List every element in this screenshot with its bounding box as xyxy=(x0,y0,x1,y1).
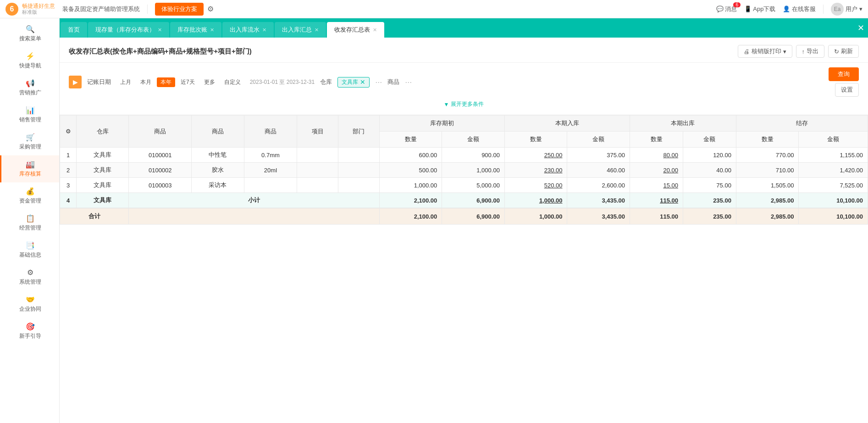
subtotal-bal-qty: 2,985.00 xyxy=(736,193,799,209)
subtotal-bal-amt: 10,100.00 xyxy=(799,193,868,209)
sub-header-out-qty: 数量 xyxy=(630,132,683,148)
data-table: ⚙ 仓库 商品 商品 商品 项目 部门 库存期初 本期入库 本期出库 结存 xyxy=(60,115,868,225)
expand-conditions-btn[interactable]: ▼ 展开更多条件 xyxy=(438,99,490,110)
sales-icon: 📊 xyxy=(26,106,35,115)
search-icon: 🔍 xyxy=(26,25,35,33)
filter-row: ▶ 记账日期 上月 本月 本年 近7天 更多 自定义 2023-01-01 至 … xyxy=(69,67,859,97)
close-all-tabs[interactable]: ✕ xyxy=(857,23,864,33)
goods-more-btn[interactable]: ··· xyxy=(405,78,412,86)
query-button[interactable]: 查询 xyxy=(829,67,859,81)
row1-out-qty[interactable]: 80.00 xyxy=(630,148,683,163)
close-tab-batch-ledger[interactable]: ✕ xyxy=(210,27,214,33)
close-tab-in-out-flow[interactable]: ✕ xyxy=(262,27,266,33)
row3-out-qty[interactable]: 15.00 xyxy=(630,178,683,193)
tab-in-out-summary[interactable]: 出入库汇总 ✕ xyxy=(275,22,326,38)
sidebar-item-warehouse[interactable]: 🏭 库存核算 xyxy=(0,155,59,182)
row3-in-amt: 2,600.00 xyxy=(567,178,630,193)
quick-nav-icon: ⚡ xyxy=(26,52,35,60)
sidebar-item-enterprise[interactable]: 🤝 企业协同 xyxy=(0,291,59,318)
trial-button[interactable]: 体验行业方案 xyxy=(155,3,204,16)
sub-header-out-amt: 金额 xyxy=(683,132,736,148)
service-icon: 👤 xyxy=(783,5,790,12)
app-logo: 6 xyxy=(6,3,18,16)
date-more[interactable]: 更多 xyxy=(200,77,219,87)
row1-init-qty: 600.00 xyxy=(379,148,442,163)
warehouse-more-btn[interactable]: ··· xyxy=(375,78,382,86)
notification-btn[interactable]: 💬 6 消息 xyxy=(716,5,737,13)
row2-out-qty[interactable]: 20.00 xyxy=(630,163,683,178)
export-button[interactable]: ↑ 导出 xyxy=(796,45,825,58)
date-prev-month[interactable]: 上月 xyxy=(116,77,135,87)
sidebar-item-sales[interactable]: 📊 销售管理 xyxy=(0,101,59,128)
sidebar-item-finance[interactable]: 💰 资金管理 xyxy=(0,182,59,209)
row1-code: 0100001 xyxy=(129,148,192,163)
user-menu[interactable]: Ea 用户 ▾ xyxy=(831,3,862,16)
remove-warehouse-tag[interactable]: ✕ xyxy=(360,79,365,85)
tab-batch-ledger[interactable]: 库存批次账 ✕ xyxy=(170,22,221,38)
sidebar-item-operations[interactable]: 📋 经营管理 xyxy=(0,209,59,236)
tab-inventory-dist[interactable]: 现存量（库存分布表） ✕ xyxy=(88,22,169,38)
sidebar-item-marketing[interactable]: 📢 营销推广 xyxy=(0,74,59,101)
row1-project xyxy=(297,148,338,163)
date-range: 2023-01-01 至 2023-12-31 xyxy=(250,78,315,86)
close-tab-in-out-summary[interactable]: ✕ xyxy=(315,27,319,33)
goods-label: 商品 xyxy=(387,78,399,86)
row1-in-amt: 375.00 xyxy=(567,148,630,163)
table-row: 3 文具库 0100003 采访本 1,000.00 5,000.00 520.… xyxy=(60,178,868,193)
sidebar: 🔍 搜索菜单 ⚡ 快捷导航 📢 营销推广 📊 销售管理 🛒 采购管理 🏭 xyxy=(0,18,60,423)
header-out: 本期出库 xyxy=(630,115,736,132)
subtotal-label: 小计 xyxy=(129,193,379,209)
filter-settings-btn[interactable]: 设置 xyxy=(835,83,859,97)
app-download-btn[interactable]: 📱 App下载 xyxy=(744,5,775,13)
date-7days[interactable]: 近7天 xyxy=(177,77,199,87)
sidebar-item-base-info[interactable]: 📑 基础信息 xyxy=(0,236,59,264)
subtotal-out-amt: 235.00 xyxy=(683,193,736,209)
tab-receipt-summary[interactable]: 收发存汇总表 ✕ xyxy=(327,22,384,38)
sidebar-item-search[interactable]: 🔍 搜索菜单 xyxy=(0,20,59,47)
chevron-down-icon2: ▾ xyxy=(783,48,786,55)
sidebar-item-system[interactable]: ⚙ 系统管理 xyxy=(0,264,59,291)
row2-init-amt: 1,000.00 xyxy=(442,163,505,178)
row1-warehouse: 文具库 xyxy=(77,148,129,163)
row1-init-amt: 900.00 xyxy=(442,148,505,163)
subtotal-in-qty: 1,000.00 xyxy=(504,193,567,209)
sidebar-item-newbie[interactable]: 🎯 新手引导 xyxy=(0,318,59,345)
date-this-year[interactable]: 本年 xyxy=(157,77,175,87)
close-tab-receipt-summary[interactable]: ✕ xyxy=(373,27,377,33)
sub-header-init-amt: 金额 xyxy=(442,132,505,148)
online-service-btn[interactable]: 👤 在线客服 xyxy=(783,5,816,13)
expand-row: ▼ 展开更多条件 xyxy=(69,97,859,110)
system-icon: ⚙ xyxy=(27,268,33,277)
settings-icon[interactable]: ⚙ xyxy=(207,5,214,13)
filter-toggle-btn[interactable]: ▶ xyxy=(69,76,82,88)
row2-bal-qty: 710.00 xyxy=(736,163,799,178)
refresh-button[interactable]: ↻ 刷新 xyxy=(828,45,859,58)
row3-bal-amt: 7,525.00 xyxy=(799,178,868,193)
gear-header[interactable]: ⚙ xyxy=(60,115,77,148)
total-bal-amt: 10,100.00 xyxy=(799,208,868,225)
sidebar-item-purchase[interactable]: 🛒 采购管理 xyxy=(0,128,59,155)
date-this-month[interactable]: 本月 xyxy=(137,77,155,87)
tab-in-out-flow[interactable]: 出入库流水 ✕ xyxy=(222,22,274,38)
row2-in-qty[interactable]: 230.00 xyxy=(504,163,567,178)
close-tab-inventory-dist[interactable]: ✕ xyxy=(158,27,162,33)
date-custom[interactable]: 自定义 xyxy=(221,77,244,87)
subtotal-out-qty: 115.00 xyxy=(630,193,683,209)
subtotal-row: 4 文具库 小计 2,100.00 6,900.00 1,000.00 3,43… xyxy=(60,193,868,209)
enterprise-icon: 🤝 xyxy=(26,295,35,304)
print-button[interactable]: 🖨 核销版打印 ▾ xyxy=(738,45,792,58)
row2-num: 2 xyxy=(60,163,77,178)
total-empty xyxy=(129,208,379,225)
row1-in-qty[interactable]: 250.00 xyxy=(504,148,567,163)
row3-spec xyxy=(244,178,297,193)
tab-home[interactable]: 首页 xyxy=(61,22,87,38)
table-wrapper: ⚙ 仓库 商品 商品 商品 项目 部门 库存期初 本期入库 本期出库 结存 xyxy=(60,115,868,225)
row3-in-qty[interactable]: 520.00 xyxy=(504,178,567,193)
brand-info: 畅捷通好生意 标准版 xyxy=(22,3,55,16)
newbie-icon: 🎯 xyxy=(26,322,35,331)
row1-num: 1 xyxy=(60,148,77,163)
row2-dept xyxy=(338,163,380,178)
sidebar-item-quick-nav[interactable]: ⚡ 快捷导航 xyxy=(0,47,59,74)
row2-in-amt: 460.00 xyxy=(567,163,630,178)
notification-badge: 6 xyxy=(733,2,741,7)
